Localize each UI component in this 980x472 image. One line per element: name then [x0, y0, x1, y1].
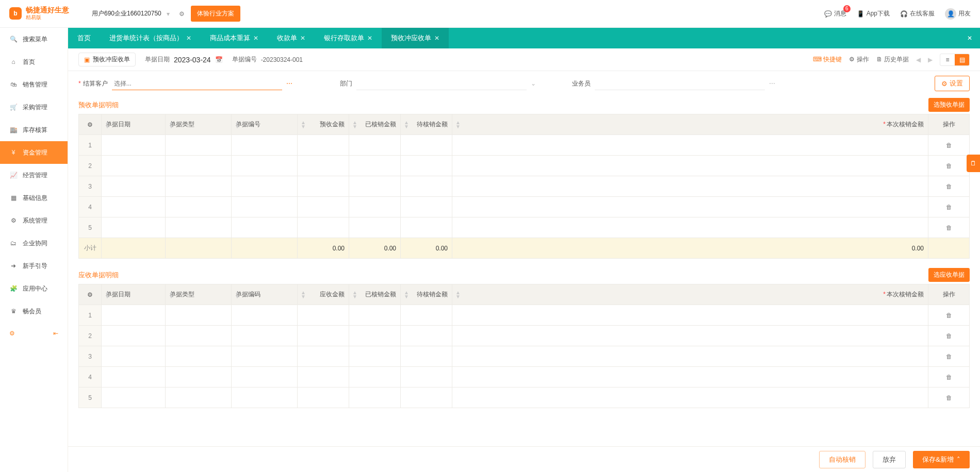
table-row[interactable]: 4🗑 [79, 367, 970, 387]
tab[interactable]: 银行存取款单✕ [315, 28, 382, 48]
close-icon[interactable]: ✕ [300, 35, 305, 42]
table-row[interactable]: 1🗑 [79, 305, 970, 326]
document-title-tab[interactable]: ▣ 预收冲应收单 [78, 53, 136, 66]
calendar-icon[interactable]: 📅 [215, 56, 223, 63]
sidebar-item[interactable]: 🧩应用中心 [0, 277, 68, 300]
sidebar-item[interactable]: 🛍销售管理 [0, 73, 68, 96]
close-icon[interactable]: ✕ [253, 35, 258, 42]
sidebar-item[interactable]: ➜新手引导 [0, 255, 68, 277]
next-icon[interactable]: ▶ [928, 56, 933, 63]
doc-date-value[interactable]: 2023-03-24 [174, 56, 211, 64]
col-config-icon[interactable]: ⚙ [79, 114, 102, 135]
col-code[interactable]: ▲▼单据编号 [232, 114, 298, 135]
tab[interactable]: 收款单✕ [268, 28, 315, 48]
sidebar-item[interactable]: ♛畅会员 [0, 300, 68, 323]
delete-row-icon[interactable]: 🗑 [928, 197, 970, 217]
table-row[interactable]: 2🗑 [79, 156, 970, 176]
operate-link[interactable]: ⚙ 操作 [849, 55, 869, 64]
customer-picker-icon[interactable]: ⋯ [286, 80, 293, 87]
sidebar-item[interactable]: 🔍搜索菜单 [0, 28, 68, 50]
sidebar-item[interactable]: ¥资金管理 [0, 141, 68, 164]
user-menu[interactable]: 👤 用友 [945, 8, 971, 20]
col-this[interactable]: ▲▼本次核销金额 [452, 284, 928, 305]
logo-icon: b [9, 7, 22, 20]
try-solution-button[interactable]: 体验行业方案 [191, 6, 240, 22]
delete-row-icon[interactable]: 🗑 [928, 305, 970, 326]
shortcut-link[interactable]: ⌨ 快捷键 [813, 55, 842, 64]
table-row[interactable]: 1🗑 [79, 135, 970, 156]
close-all-tabs[interactable]: ✕ [959, 28, 980, 48]
sales-input[interactable] [595, 77, 765, 90]
sidebar-item[interactable]: 🗂企业协同 [0, 232, 68, 255]
sidebar-item[interactable]: ⚙系统管理 [0, 209, 68, 232]
prev-icon[interactable]: ◀ [916, 56, 921, 63]
col-date[interactable]: ▲▼单据日期 [102, 284, 166, 305]
settings-button[interactable]: ⚙设置 [935, 76, 970, 91]
delete-row-icon[interactable]: 🗑 [928, 326, 970, 346]
col-code[interactable]: ▲▼单据编码 [232, 284, 298, 305]
form-row: 结算客户 ⋯ 部门 ⌄ 业务员 ⋯ ⚙设置 [68, 71, 980, 96]
collapse-icon[interactable]: ⇤ [53, 330, 58, 337]
sidebar-item[interactable]: ⌂首页 [0, 50, 68, 73]
col-config-icon[interactable]: ⚙ [79, 284, 102, 305]
tenant-selector[interactable]: 用户690企业1660120750 ▾ [92, 9, 170, 18]
support-link[interactable]: 🎧 在线客服 [900, 9, 935, 18]
col-receivable[interactable]: ▲▼应收金额 [298, 284, 349, 305]
sidebar-item[interactable]: 📈经营管理 [0, 164, 68, 187]
table-row[interactable]: 2🗑 [79, 326, 970, 346]
close-icon[interactable]: ✕ [434, 35, 439, 42]
tab[interactable]: 进货单统计表（按商品）✕ [100, 28, 201, 48]
delete-row-icon[interactable]: 🗑 [928, 387, 970, 408]
side-float-button[interactable]: 🗒 [967, 155, 980, 172]
settings-icon[interactable]: ⚙ [9, 330, 15, 337]
table-row[interactable]: 3🗑 [79, 176, 970, 197]
tab[interactable]: 首页 [68, 28, 100, 48]
table-row[interactable]: 5🗑 [79, 217, 970, 238]
col-done[interactable]: ▲▼已核销金额 [349, 114, 401, 135]
sales-picker-icon[interactable]: ⋯ [769, 80, 776, 87]
tab[interactable]: 预收冲应收单✕ [382, 28, 449, 48]
col-done[interactable]: ▲▼已核销金额 [349, 284, 401, 305]
dept-input[interactable] [356, 77, 527, 90]
prepay-table: ⚙ ▲▼单据日期 ▲▼单据类型 ▲▼单据编号 ▲▼预收金额 ▲▼已核销金额 ▲▼… [68, 114, 980, 259]
sidebar-item[interactable]: ▦基础信息 [0, 187, 68, 209]
brand-logo[interactable]: b 畅捷通好生意 精易版 [9, 6, 76, 21]
col-date[interactable]: ▲▼单据日期 [102, 114, 166, 135]
chat-icon: 💬 [824, 10, 832, 18]
delete-row-icon[interactable]: 🗑 [928, 346, 970, 367]
table-row[interactable]: 5🗑 [79, 387, 970, 408]
col-type[interactable]: ▲▼单据类型 [166, 284, 232, 305]
sidebar-icon: ¥ [9, 149, 18, 156]
col-pending[interactable]: ▲▼待核销金额 [401, 114, 452, 135]
col-type[interactable]: ▲▼单据类型 [166, 114, 232, 135]
auto-writeoff-button[interactable]: 自动核销 [819, 451, 865, 468]
table-row[interactable]: 3🗑 [79, 346, 970, 367]
delete-row-icon[interactable]: 🗑 [928, 217, 970, 238]
tab[interactable]: 商品成本重算✕ [201, 28, 268, 48]
delete-row-icon[interactable]: 🗑 [928, 367, 970, 387]
tenant-settings-icon[interactable]: ⚙ [179, 10, 185, 18]
delete-row-icon[interactable]: 🗑 [928, 135, 970, 156]
col-prepay[interactable]: ▲▼预收金额 [298, 114, 349, 135]
save-new-button[interactable]: 保存&新增˄ [913, 451, 970, 468]
delete-row-icon[interactable]: 🗑 [928, 156, 970, 176]
view-list-icon[interactable]: ≡ [940, 54, 955, 65]
customer-input[interactable] [112, 77, 282, 90]
close-icon[interactable]: ✕ [367, 35, 372, 42]
history-link[interactable]: 🗎 历史单据 [876, 55, 909, 64]
receivable-table: ⚙ ▲▼单据日期 ▲▼单据类型 ▲▼单据编码 ▲▼应收金额 ▲▼已核销金额 ▲▼… [68, 284, 980, 408]
delete-row-icon[interactable]: 🗑 [928, 176, 970, 197]
col-pending[interactable]: ▲▼待核销金额 [401, 284, 452, 305]
abandon-button[interactable]: 放弃 [873, 451, 906, 468]
col-this[interactable]: ▲▼本次核销金额 [452, 114, 928, 135]
messages-link[interactable]: 💬 消息 6 [824, 9, 846, 18]
sidebar-item[interactable]: 🏬库存核算 [0, 119, 68, 141]
chevron-down-icon[interactable]: ⌄ [531, 80, 536, 87]
select-prepay-button[interactable]: 选预收单据 [928, 98, 970, 112]
sidebar-item[interactable]: 🛒采购管理 [0, 96, 68, 119]
view-form-icon[interactable]: ▤ [955, 54, 969, 65]
table-row[interactable]: 4🗑 [79, 197, 970, 217]
app-download-link[interactable]: 📱 App下载 [857, 9, 890, 18]
close-icon[interactable]: ✕ [186, 35, 191, 42]
select-receivable-button[interactable]: 选应收单据 [928, 268, 970, 282]
